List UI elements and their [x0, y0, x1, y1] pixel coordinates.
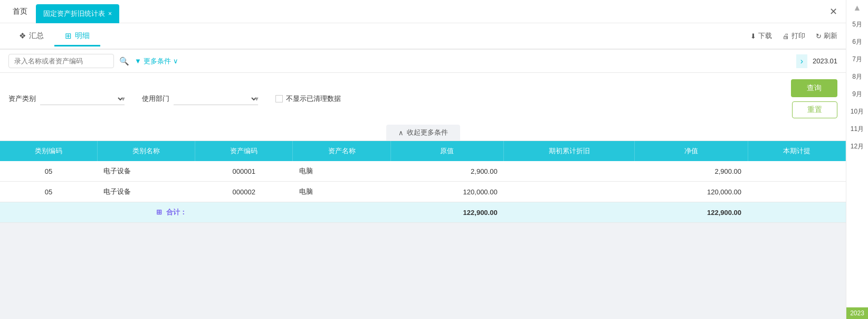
download-button[interactable]: ⬇ 下载 — [750, 31, 772, 41]
chevron-down-icon: ∨ — [173, 57, 178, 65]
more-conditions-label: 更多条件 — [144, 57, 171, 66]
th-accumulated-depreciation: 期初累计折旧 — [504, 141, 635, 161]
total-current-depreciation — [748, 202, 845, 223]
row1-original-value: 2,900.00 — [390, 161, 503, 182]
main-content: 首页 固定资产折旧统计表 × ✕ ❖ 汇总 ⊞ 明细 ⬇ 下载 🖨 打印 ↻ — [0, 0, 846, 223]
detail-icon: ⊞ — [65, 31, 72, 41]
row1-current-depreciation — [748, 161, 845, 182]
sidebar-month-10[interactable]: 10月 — [846, 103, 868, 120]
sidebar-nav-up[interactable]: ▲ — [853, 0, 862, 16]
row2-asset-name: 电脑 — [293, 182, 390, 202]
no-cleared-checkbox[interactable] — [275, 95, 283, 102]
more-conditions-button[interactable]: ▼ 更多条件 ∨ — [135, 57, 178, 66]
print-label: 打印 — [791, 31, 805, 41]
total-icon: ⊞ — [156, 208, 162, 216]
search-bar: 🔍 ▼ 更多条件 ∨ › 2023.01 — [0, 50, 846, 73]
total-accumulated-depreciation — [504, 202, 635, 223]
refresh-label: 刷新 — [824, 31, 837, 41]
department-label: 使用部门 — [142, 94, 169, 104]
search-icon[interactable]: 🔍 — [119, 57, 129, 66]
department-select[interactable] — [174, 92, 258, 105]
row1-asset-code: 000001 — [195, 161, 293, 182]
sidebar-year-badge[interactable]: 2023 — [846, 307, 868, 319]
filter-icon: ▼ — [135, 57, 141, 65]
total-net-value: 122,900.00 — [635, 202, 748, 223]
department-field: 使用部门 ▼ — [142, 92, 260, 105]
sidebar-month-12[interactable]: 12月 — [846, 138, 868, 155]
tab-label: 固定资产折旧统计表 — [43, 9, 105, 18]
tab-detail-label: 明细 — [75, 31, 90, 41]
row2-asset-code: 000002 — [195, 182, 293, 202]
row1-category-code: 05 — [0, 161, 97, 182]
top-nav: 首页 固定资产折旧统计表 × ✕ — [0, 0, 846, 23]
row1-asset-name: 电脑 — [293, 161, 390, 182]
row1-category-name: 电子设备 — [97, 161, 195, 182]
right-sidebar: ▲ 5月 6月 7月 8月 9月 10月 11月 12月 2023 — [846, 0, 868, 319]
search-input[interactable] — [8, 54, 114, 68]
no-cleared-field: 不显示已清理数据 — [275, 94, 341, 104]
table-row[interactable]: 05 电子设备 000001 电脑 2,900.00 2,900.00 — [0, 161, 846, 182]
print-icon: 🖨 — [783, 32, 789, 40]
th-asset-code: 资产编码 — [195, 141, 293, 161]
nav-home[interactable]: 首页 — [8, 5, 32, 18]
row2-original-value: 120,000.00 — [390, 182, 503, 202]
row1-accumulated-depreciation — [504, 161, 635, 182]
row2-current-depreciation — [748, 182, 845, 202]
th-current-depreciation: 本期计提 — [748, 141, 845, 161]
row2-accumulated-depreciation — [504, 182, 635, 202]
tab-summary-label: 汇总 — [29, 31, 44, 41]
date-label: 2023.01 — [813, 57, 837, 65]
table-container: 类别编码 类别名称 资产编码 资产名称 原值 期初累计折旧 净值 本期计提 05… — [0, 141, 846, 223]
refresh-button[interactable]: ↻ 刷新 — [816, 31, 837, 41]
total-asset-name — [293, 202, 390, 223]
expand-right-button[interactable]: › — [796, 54, 807, 68]
sidebar-month-9[interactable]: 9月 — [846, 86, 868, 103]
row2-category-code: 05 — [0, 182, 97, 202]
table-header-row: 类别编码 类别名称 资产编码 资产名称 原值 期初累计折旧 净值 本期计提 — [0, 141, 846, 161]
nav-tab-fixed-assets[interactable]: 固定资产折旧统计表 × — [36, 4, 119, 23]
asset-category-label: 资产类别 — [8, 94, 36, 104]
download-icon: ⬇ — [750, 32, 756, 40]
summary-icon: ❖ — [19, 31, 26, 41]
collapse-button[interactable]: ∧ 收起更多条件 — [386, 125, 460, 140]
reset-button[interactable]: 重置 — [792, 101, 837, 118]
sidebar-month-8[interactable]: 8月 — [846, 68, 868, 86]
total-label: 合计： — [166, 208, 187, 216]
tab-close-icon[interactable]: × — [108, 10, 112, 17]
th-asset-name: 资产名称 — [293, 141, 390, 161]
table-row[interactable]: 05 电子设备 000002 电脑 120,000.00 120,000.00 — [0, 182, 846, 202]
total-asset-code — [195, 202, 293, 223]
sidebar-month-7[interactable]: 7月 — [846, 51, 868, 68]
asset-table: 类别编码 类别名称 资产编码 资产名称 原值 期初累计折旧 净值 本期计提 05… — [0, 141, 846, 223]
sidebar-month-6[interactable]: 6月 — [846, 33, 868, 51]
filter-area: 资产类别 ▼ 使用部门 ▼ 不显示已清理数据 查询 重置 — [0, 73, 846, 141]
row2-net-value: 120,000.00 — [635, 182, 748, 202]
tab-detail[interactable]: ⊞ 明细 — [54, 27, 100, 46]
department-arrow: ▼ — [254, 96, 260, 102]
collapse-icon: ∧ — [398, 129, 404, 137]
total-original-value: 122,900.00 — [390, 202, 503, 223]
query-button[interactable]: 查询 — [791, 79, 837, 97]
window-close-button[interactable]: ✕ — [829, 6, 837, 17]
th-category-name: 类别名称 — [97, 141, 195, 161]
filter-buttons: 查询 重置 — [791, 79, 837, 118]
asset-category-arrow: ▼ — [120, 96, 126, 102]
sidebar-month-5[interactable]: 5月 — [846, 16, 868, 33]
sidebar-month-11[interactable]: 11月 — [846, 120, 868, 138]
download-label: 下载 — [758, 31, 772, 41]
row2-category-name: 电子设备 — [97, 182, 195, 202]
th-net-value: 净值 — [635, 141, 748, 161]
asset-category-select[interactable] — [40, 92, 125, 105]
toolbar-right: ⬇ 下载 🖨 打印 ↻ 刷新 — [750, 31, 837, 41]
sub-tabs: ❖ 汇总 ⊞ 明细 ⬇ 下载 🖨 打印 ↻ 刷新 — [0, 23, 846, 50]
tab-summary[interactable]: ❖ 汇总 — [8, 27, 54, 46]
refresh-icon: ↻ — [816, 32, 822, 40]
asset-category-field: 资产类别 ▼ — [8, 92, 126, 105]
th-category-code: 类别编码 — [0, 141, 97, 161]
th-original-value: 原值 — [390, 141, 503, 161]
total-row: ⊞ 合计： 122,900.00 122,900.00 — [0, 202, 846, 223]
no-cleared-label: 不显示已清理数据 — [286, 94, 341, 104]
filter-row: 资产类别 ▼ 使用部门 ▼ 不显示已清理数据 查询 重置 — [8, 79, 837, 118]
collapse-label: 收起更多条件 — [407, 128, 448, 137]
print-button[interactable]: 🖨 打印 — [783, 31, 805, 41]
